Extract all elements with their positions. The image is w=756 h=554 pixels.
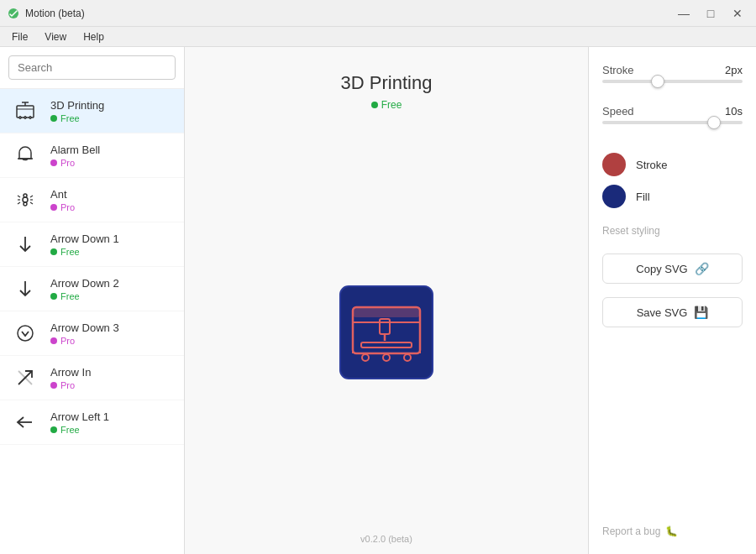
close-button[interactable]: ✕ — [726, 2, 749, 25]
item-badge: Free — [50, 291, 119, 301]
list-item[interactable]: Alarm Bell Pro — [0, 133, 184, 178]
maximize-button[interactable]: □ — [699, 2, 722, 25]
version-text: v0.2.0 (beta) — [360, 534, 412, 544]
list-item[interactable]: 3D Printing Free — [0, 89, 184, 133]
list-item[interactable]: Arrow In Pro — [0, 356, 184, 400]
item-name: Arrow Left 1 — [50, 410, 109, 423]
speed-slider-track[interactable] — [602, 121, 743, 124]
item-icon-alarm-bell — [10, 140, 40, 170]
svg-line-17 — [30, 202, 33, 204]
printer-svg — [336, 282, 437, 383]
menu-view[interactable]: View — [36, 29, 75, 44]
item-badge: Pro — [50, 158, 100, 168]
stroke-slider-thumb[interactable] — [651, 75, 664, 88]
svg-point-11 — [24, 202, 27, 206]
item-name: Ant — [50, 188, 75, 201]
copy-svg-button[interactable]: Copy SVG 🔗 — [602, 253, 743, 284]
report-bug-link[interactable]: Report a bug 🐛 — [602, 525, 743, 537]
right-panel: Stroke 2px Speed 10s Stroke — [588, 47, 756, 554]
fill-color-swatch[interactable] — [602, 185, 626, 208]
app-title: Motion (beta) — [25, 8, 85, 19]
item-info-3d-printing: 3D Printing Free — [50, 99, 104, 123]
item-info-arrow-down-2: Arrow Down 2 Free — [50, 277, 119, 301]
item-name: Arrow Down 3 — [50, 321, 119, 334]
item-info-arrow-down-3: Arrow Down 3 Pro — [50, 321, 119, 346]
item-info-arrow-left-1: Arrow Left 1 Free — [50, 410, 109, 435]
minimize-button[interactable]: — — [672, 2, 696, 25]
stroke-color-swatch[interactable] — [602, 153, 626, 176]
list-item[interactable]: Arrow Down 1 Free — [0, 222, 184, 267]
svg-line-15 — [30, 196, 33, 197]
stroke-control: Stroke 2px — [602, 64, 743, 83]
speed-value: 10s — [725, 105, 743, 118]
app-body: 3D Printing Free Alarm Bell Pro — [0, 47, 756, 554]
stroke-value: 2px — [725, 64, 743, 76]
item-info-ant: Ant Pro — [50, 188, 75, 212]
item-info-arrow-in: Arrow In Pro — [50, 366, 91, 390]
speed-label: Speed — [602, 105, 634, 118]
sidebar: 3D Printing Free Alarm Bell Pro — [0, 47, 185, 554]
bug-icon: 🐛 — [665, 525, 678, 537]
report-bug-label: Report a bug — [602, 525, 660, 537]
item-icon-arrow-down-3 — [10, 318, 40, 348]
item-name: 3D Printing — [50, 99, 104, 112]
item-icon-ant — [10, 185, 40, 215]
item-name: Arrow In — [50, 366, 91, 379]
speed-control: Speed 10s — [602, 105, 743, 124]
list-item[interactable]: Arrow Left 1 Free — [0, 400, 184, 445]
svg-rect-1 — [17, 106, 34, 118]
animation-title: 3D Printing — [341, 72, 433, 94]
list-item[interactable]: Arrow Down 3 Pro — [0, 311, 184, 356]
speed-slider-thumb[interactable] — [707, 116, 721, 129]
animation-badge: Free — [371, 99, 402, 111]
list-item[interactable]: Arrow Down 2 Free — [0, 267, 184, 311]
item-icon-arrow-in — [10, 363, 40, 393]
color-section: Stroke Fill — [602, 153, 743, 208]
item-badge: Free — [50, 425, 109, 435]
item-badge: Free — [50, 247, 119, 257]
item-icon-arrow-left-1 — [10, 407, 40, 437]
fill-color-row[interactable]: Fill — [602, 185, 743, 208]
item-name: Alarm Bell — [50, 144, 100, 156]
item-name: Arrow Down 2 — [50, 277, 119, 290]
list-item[interactable]: Ant Pro — [0, 178, 184, 222]
item-info-arrow-down-1: Arrow Down 1 Free — [50, 233, 119, 257]
speed-row: Speed 10s — [602, 105, 743, 118]
copy-svg-label: Copy SVG — [636, 263, 687, 275]
search-input[interactable] — [8, 55, 176, 80]
copy-svg-icon: 🔗 — [695, 262, 709, 275]
search-container — [0, 47, 184, 89]
svg-point-20 — [18, 326, 33, 341]
svg-point-10 — [24, 194, 27, 197]
item-badge: Pro — [50, 336, 119, 346]
svg-rect-24 — [340, 286, 433, 379]
item-badge: Pro — [50, 202, 75, 212]
app-icon — [7, 7, 20, 20]
menu-file[interactable]: File — [3, 29, 36, 44]
item-icon-3d-printing — [10, 96, 40, 126]
reset-styling-link[interactable]: Reset styling — [602, 225, 743, 237]
menu-help[interactable]: Help — [75, 29, 113, 44]
item-name: Arrow Down 1 — [50, 233, 119, 245]
menu-bar: File View Help — [0, 27, 756, 47]
title-bar-left: Motion (beta) — [7, 7, 85, 20]
stroke-color-label: Stroke — [636, 159, 668, 171]
stroke-row: Stroke 2px — [602, 64, 743, 76]
title-bar-controls: — □ ✕ — [672, 2, 749, 25]
printer-preview — [336, 282, 437, 383]
item-badge: Free — [50, 113, 104, 123]
svg-line-14 — [18, 202, 20, 204]
fill-color-label: Fill — [636, 191, 650, 203]
stroke-color-row[interactable]: Stroke — [602, 153, 743, 176]
save-svg-icon: 💾 — [694, 306, 708, 319]
svg-line-12 — [18, 196, 20, 197]
svg-point-9 — [23, 197, 28, 202]
stroke-slider-track[interactable] — [602, 80, 743, 83]
save-svg-button[interactable]: Save SVG 💾 — [602, 297, 743, 327]
stroke-label: Stroke — [602, 64, 634, 76]
items-list: 3D Printing Free Alarm Bell Pro — [0, 89, 184, 554]
item-icon-arrow-down-1 — [10, 229, 40, 259]
item-badge: Pro — [50, 380, 91, 390]
item-icon-arrow-down-2 — [10, 274, 40, 304]
preview-area — [336, 111, 437, 554]
